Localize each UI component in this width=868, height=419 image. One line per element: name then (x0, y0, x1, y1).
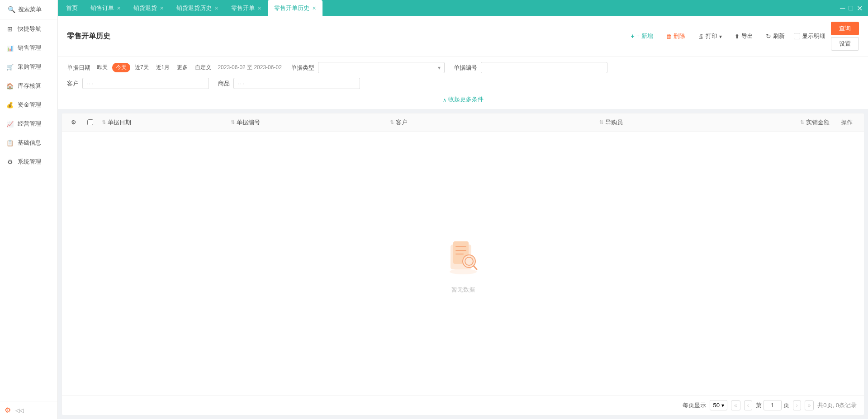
refresh-button[interactable]: 刷新 (762, 30, 788, 42)
collapse-more-btn[interactable]: 收起更多条件 (67, 94, 859, 105)
per-page-value: 50 (713, 402, 719, 409)
page-header: 零售开单历史 + 新增 删除 打印 导出 (58, 16, 868, 56)
sidebar-item-base-info[interactable]: 基础信息 (0, 133, 57, 152)
sidebar-item-sales-mgmt[interactable]: 销售管理 (0, 38, 57, 57)
per-page-chevron-icon (721, 402, 724, 409)
settings-footer-icon[interactable] (5, 406, 11, 414)
filter-row-1: 单据日期 昨天 今天 近7天 近1月 更多 自定义 2023-06-02 至 2… (67, 62, 859, 73)
tab-sales-return-history-close[interactable] (214, 5, 218, 11)
sidebar-item-quick-nav[interactable]: 快捷导航 (0, 19, 57, 38)
export-button[interactable]: 导出 (731, 30, 757, 42)
sidebar: 搜索菜单 快捷导航 销售管理 采购管理 库存核算 资金管理 经营管理 基础信 (0, 0, 58, 419)
search-icon (7, 5, 15, 14)
next-page-btn[interactable]: › (793, 400, 801, 410)
print-icon (698, 33, 704, 40)
guide-sort-icon (599, 119, 603, 125)
pagination: 每页显示 50 « ‹ 第 页 › » 共0页, 0条记录 (62, 395, 864, 415)
date-custom-btn[interactable]: 自定义 (192, 63, 214, 72)
sales-icon (6, 44, 14, 52)
total-info: 共0页, 0条记录 (817, 401, 857, 410)
select-all-checkbox[interactable] (87, 119, 93, 125)
order-num-label: 单据编号 (454, 64, 477, 72)
tab-retail-history[interactable]: 零售开单历史 (268, 0, 323, 16)
date-more-btn[interactable]: 更多 (174, 63, 190, 72)
tab-sales-order[interactable]: 销售订单 (84, 0, 127, 16)
date-1month-btn[interactable]: 近1月 (153, 63, 173, 72)
th-guide[interactable]: 导购员 (596, 118, 704, 127)
warehouse-icon (6, 82, 14, 90)
th-checkbox[interactable] (82, 119, 98, 125)
tab-sales-return-history[interactable]: 销货退货历史 (170, 0, 225, 16)
collapse-label: 收起更多条件 (448, 95, 484, 104)
last-page-btn[interactable]: » (805, 400, 814, 410)
tab-home[interactable]: 首页 (60, 0, 84, 16)
sidebar-item-operations[interactable]: 经营管理 (0, 114, 57, 133)
sidebar-item-finance[interactable]: 资金管理 (0, 95, 57, 114)
th-settings[interactable] (66, 119, 82, 126)
per-page-select[interactable]: 50 (710, 400, 727, 410)
page-title: 零售开单历史 (67, 32, 110, 41)
customer-label: 客户 (67, 80, 79, 88)
sidebar-item-system[interactable]: 系统管理 (0, 152, 57, 171)
window-maximize-btn[interactable]: □ (849, 4, 853, 12)
page-content: 零售开单历史 + 新增 删除 打印 导出 (58, 16, 868, 419)
tab-sales-return-label: 销货退货 (133, 4, 157, 12)
date-yesterday-btn[interactable]: 昨天 (94, 63, 110, 72)
system-icon (6, 158, 14, 166)
th-customer[interactable]: 客户 (386, 118, 596, 127)
th-number[interactable]: 单据编号 (227, 118, 386, 127)
order-type-select[interactable] (318, 62, 445, 73)
order-num-input[interactable] (481, 62, 607, 73)
customer-select[interactable]: ··· (82, 78, 209, 89)
settings-button[interactable]: 设置 (831, 37, 859, 51)
empty-text: 暂无数据 (451, 286, 475, 294)
goods-select[interactable]: ··· (233, 78, 360, 89)
tabs-bar: 首页 销售订单 销货退货 销货退货历史 零售开单 零售开单历史 ─ □ ✕ (58, 0, 868, 16)
main-area: 首页 销售订单 销货退货 销货退货历史 零售开单 零售开单历史 ─ □ ✕ (58, 0, 868, 419)
th-amount[interactable]: 实销金额 (704, 118, 833, 127)
delete-button[interactable]: 删除 (662, 30, 689, 42)
sidebar-item-label: 销售管理 (18, 44, 41, 52)
window-minimize-btn[interactable]: ─ (840, 4, 845, 12)
print-button[interactable]: 打印 (694, 30, 726, 42)
tab-sales-return[interactable]: 销货退货 (127, 0, 170, 16)
collapse-icon (443, 96, 446, 103)
sidebar-item-warehouse[interactable]: 库存核算 (0, 76, 57, 95)
th-amount-label: 实销金额 (806, 118, 830, 127)
table-header: 单据日期 单据编号 客户 导购员 实销金额 (62, 113, 864, 132)
purchase-icon (6, 63, 14, 71)
date-filter-label: 单据日期 (67, 64, 90, 72)
show-detail-toggle[interactable]: 显示明细 (794, 32, 825, 40)
date-today-btn[interactable]: 今天 (112, 63, 130, 72)
page-input[interactable] (764, 400, 782, 410)
tab-retail-open[interactable]: 零售开单 (225, 0, 268, 16)
first-page-btn[interactable]: « (731, 400, 740, 410)
goods-filter: 商品 ··· (218, 78, 360, 89)
order-type-label: 单据类型 (291, 64, 314, 72)
show-detail-checkbox[interactable] (794, 33, 800, 39)
query-button[interactable]: 查询 (831, 22, 859, 35)
window-close-btn[interactable]: ✕ (857, 4, 863, 13)
sidebar-item-purchase-mgmt[interactable]: 采购管理 (0, 57, 57, 76)
sidebar-search[interactable]: 搜索菜单 (0, 0, 57, 19)
tab-sales-return-close[interactable] (160, 5, 164, 11)
tab-sales-return-history-label: 销货退货历史 (176, 4, 212, 12)
th-date[interactable]: 单据日期 (98, 118, 227, 127)
tab-retail-history-close[interactable] (312, 5, 316, 11)
menu-fold-icon[interactable] (15, 407, 24, 414)
per-page-label: 每页显示 (683, 401, 706, 410)
tab-retail-open-close[interactable] (257, 5, 261, 11)
date-7days-btn[interactable]: 近7天 (132, 63, 152, 72)
new-label: + 新增 (636, 32, 653, 40)
date-filter: 单据日期 昨天 今天 近7天 近1月 更多 自定义 2023-06-02 至 2… (67, 63, 282, 72)
delete-label: 删除 (674, 32, 685, 40)
th-date-label: 单据日期 (108, 118, 131, 127)
prev-page-btn[interactable]: ‹ (744, 400, 752, 410)
customer-filter: 客户 ··· (67, 78, 209, 89)
export-icon (735, 33, 740, 40)
table-settings-icon[interactable] (71, 119, 76, 126)
customer-sort-icon (390, 119, 394, 125)
new-button[interactable]: + 新增 (627, 30, 657, 42)
refresh-label: 刷新 (773, 32, 785, 40)
tab-sales-order-close[interactable] (117, 5, 121, 11)
